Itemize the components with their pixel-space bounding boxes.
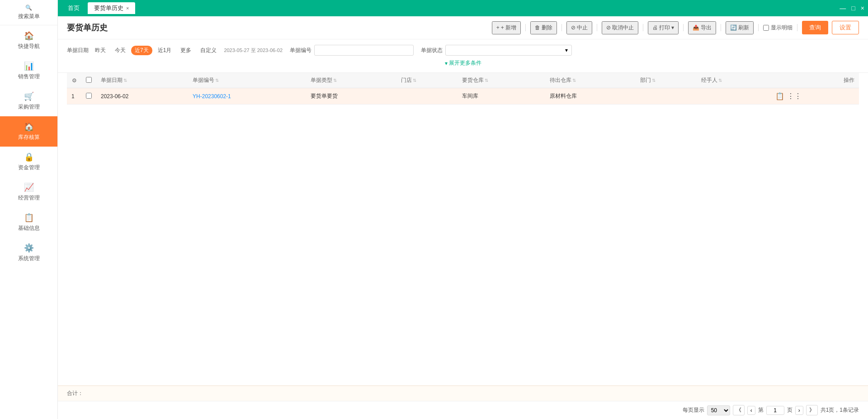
tab-close-button[interactable]: × <box>126 5 129 11</box>
print-icon: 🖨 <box>652 24 658 31</box>
summary-label: 合计： <box>67 390 83 397</box>
page-content: 要货单历史 + + 新增 🗑 删除 ⊘ 中止 ⊘ <box>58 16 868 419</box>
status-filter-group: 单据状态 ▾ <box>421 45 572 56</box>
search-icon: 🔍 <box>25 5 32 11</box>
cell-handler <box>697 88 771 105</box>
col-pending-warehouse: 待出仓库⇅ <box>545 73 636 88</box>
col-handler: 经手人⇅ <box>697 73 771 88</box>
sort-req-warehouse-icon[interactable]: ⇅ <box>485 78 488 83</box>
date-today-btn[interactable]: 今天 <box>111 46 129 55</box>
date-7days-btn[interactable]: 近7天 <box>131 46 152 55</box>
row-delete-icon[interactable]: ⋮⋮ <box>787 92 802 100</box>
doc-number-filter-group: 单据编号 <box>290 45 414 56</box>
col-type: 单据类型⇅ <box>306 73 396 88</box>
query-button[interactable]: 查询 <box>802 21 828 34</box>
suspend-button[interactable]: ⊘ 中止 <box>566 21 592 34</box>
action-icons: 📋 ⋮⋮ <box>775 92 854 100</box>
date-yesterday-btn[interactable]: 昨天 <box>91 46 109 55</box>
sort-pending-warehouse-icon[interactable]: ⇅ <box>572 78 576 83</box>
sidebar-item-purchase[interactable]: 🛒 采购管理 <box>0 86 57 116</box>
total-info: 共1页，1条记录 <box>821 406 859 414</box>
sort-handler-icon[interactable]: ⇅ <box>718 78 722 83</box>
row-checkbox[interactable] <box>86 93 92 99</box>
doc-number-input[interactable] <box>314 45 414 56</box>
toolbar-divider <box>525 24 526 31</box>
per-page-select[interactable]: 50 100 200 <box>707 405 730 415</box>
page-header: 要货单历史 + + 新增 🗑 删除 ⊘ 中止 ⊘ <box>58 16 868 39</box>
table-head: ⚙ 单据日期⇅ 单据编号⇅ 单据类型⇅ 门店⇅ 要货仓库⇅ 待出仓库⇅ 部门⇅ … <box>67 73 859 88</box>
date-quick-buttons: 昨天 今天 近7天 近1月 更多 自定义 <box>91 46 220 55</box>
col-checkbox <box>81 73 96 88</box>
sidebar-item-quick-nav[interactable]: 🏠 快捷导航 <box>0 25 57 56</box>
doc-number-label: 单据编号 <box>290 47 311 54</box>
window-minimize-button[interactable]: — <box>840 5 846 12</box>
settings-button[interactable]: 设置 <box>832 21 859 34</box>
cart-icon: 🛒 <box>24 91 34 101</box>
date-filter-label: 单据日期 <box>67 47 89 54</box>
toolbar-divider2 <box>561 24 562 31</box>
next-page-button[interactable]: › <box>795 406 803 415</box>
status-select[interactable]: ▾ <box>445 45 572 56</box>
show-detail-toggle[interactable]: 显示明细 <box>763 24 793 32</box>
table-header-row: ⚙ 单据日期⇅ 单据编号⇅ 单据类型⇅ 门店⇅ 要货仓库⇅ 待出仓库⇅ 部门⇅ … <box>67 73 859 88</box>
table-wrapper: ⚙ 单据日期⇅ 单据编号⇅ 单据类型⇅ 门店⇅ 要货仓库⇅ 待出仓库⇅ 部门⇅ … <box>58 73 868 386</box>
date-custom-btn[interactable]: 自定义 <box>197 46 220 55</box>
cell-action: 📋 ⋮⋮ <box>771 88 859 105</box>
pagination: 每页显示 50 100 200 《 ‹ 第 页 › 》 共1页，1条记录 <box>58 401 868 419</box>
cancel-suspend-button[interactable]: ⊘ 取消中止 <box>602 21 638 34</box>
doc-number-link[interactable]: YH-20230602-1 <box>193 93 231 100</box>
page-title: 要货单历史 <box>67 22 492 33</box>
cell-settings: 1 <box>67 88 81 105</box>
date-filter-group: 单据日期 昨天 今天 近7天 近1月 更多 自定义 <box>67 46 220 55</box>
export-icon: 📤 <box>693 24 699 31</box>
sidebar-item-finance[interactable]: 🔒 资金管理 <box>0 147 57 177</box>
sidebar-item-search-menu[interactable]: 🔍 搜索菜单 <box>0 0 57 25</box>
sidebar-item-sales[interactable]: 📊 销售管理 <box>0 56 57 86</box>
sidebar-item-basic-info[interactable]: 📋 基础信息 <box>0 207 57 238</box>
window-maximize-button[interactable]: □ <box>851 5 855 12</box>
tab-history[interactable]: 要货单历史 × <box>88 2 135 14</box>
operations-icon: 📈 <box>24 182 34 192</box>
refresh-button[interactable]: 🔄 刷新 <box>726 21 754 34</box>
tab-home[interactable]: 首页 <box>61 2 86 14</box>
tabs-bar: 首页 要货单历史 × — □ × <box>58 0 868 16</box>
cell-number: YH-20230602-1 <box>188 88 306 105</box>
per-page-label: 每页显示 <box>683 406 704 414</box>
system-icon: ⚙️ <box>24 243 34 253</box>
first-page-button[interactable]: 《 <box>733 405 745 415</box>
prev-page-button[interactable]: ‹ <box>747 406 755 415</box>
tabs-bar-right: — □ × <box>840 5 864 12</box>
date-1month-btn[interactable]: 近1月 <box>154 46 175 55</box>
expand-more-button[interactable]: ▾ 展开更多条件 <box>445 59 481 67</box>
sort-department-icon[interactable]: ⇅ <box>652 78 656 83</box>
col-department: 部门⇅ <box>636 73 697 88</box>
filter-row: 单据日期 昨天 今天 近7天 近1月 更多 自定义 2023-05-27 至 2… <box>67 45 859 56</box>
row-edit-icon[interactable]: 📋 <box>775 92 784 100</box>
window-close-button[interactable]: × <box>861 5 864 12</box>
show-detail-checkbox[interactable] <box>763 25 769 31</box>
page-number-input[interactable] <box>766 406 784 415</box>
sidebar-item-operations[interactable]: 📈 经营管理 <box>0 177 57 207</box>
status-label: 单据状态 <box>421 47 443 54</box>
new-button[interactable]: + + 新增 <box>492 21 521 34</box>
inventory-icon: 🏠 <box>24 122 34 132</box>
last-page-button[interactable]: 》 <box>806 405 818 415</box>
toolbar: + + 新增 🗑 删除 ⊘ 中止 ⊘ 取消中止 <box>492 21 859 34</box>
page-suffix: 页 <box>787 406 793 414</box>
date-more-btn[interactable]: 更多 <box>177 46 195 55</box>
cell-department <box>636 88 697 105</box>
sidebar-item-inventory[interactable]: 🏠 库存核算 <box>0 116 57 147</box>
export-button[interactable]: 📤 导出 <box>688 21 716 34</box>
main-area: 首页 要货单历史 × — □ × 要货单历史 + + 新增 🗑 删除 <box>58 0 868 419</box>
select-all-checkbox[interactable] <box>86 77 92 83</box>
sort-type-icon[interactable]: ⇅ <box>333 78 337 83</box>
sidebar-item-system[interactable]: ⚙️ 系统管理 <box>0 238 57 268</box>
col-date: 单据日期⇅ <box>96 73 188 88</box>
sort-store-icon[interactable]: ⇅ <box>413 78 416 83</box>
sort-date-icon[interactable]: ⇅ <box>123 78 127 83</box>
col-number: 单据编号⇅ <box>188 73 306 88</box>
lock-icon: 🔒 <box>24 152 34 162</box>
print-button[interactable]: 🖨 打印 ▾ <box>648 21 679 34</box>
sort-number-icon[interactable]: ⇅ <box>215 78 219 83</box>
delete-button[interactable]: 🗑 删除 <box>530 21 557 34</box>
